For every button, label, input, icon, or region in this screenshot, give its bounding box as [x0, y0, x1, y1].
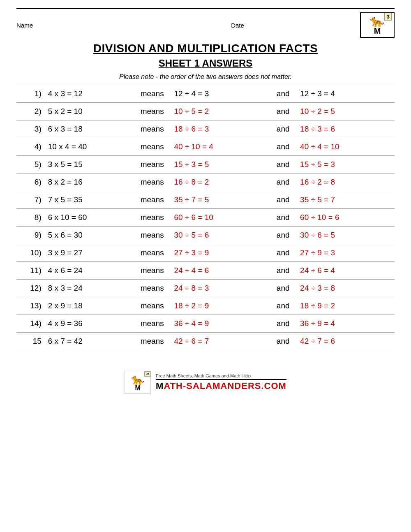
- row-num: 14): [16, 315, 46, 333]
- row-num: 13): [16, 297, 46, 315]
- row-num: 9): [16, 227, 46, 244]
- row-and: and: [268, 85, 298, 103]
- row-means: means: [133, 227, 171, 244]
- row-answer1: 35 ÷ 7 = 5: [171, 191, 268, 209]
- row-answer2: 30 ÷ 6 = 5: [298, 227, 395, 244]
- row-equation: 6 x 3 = 18: [46, 120, 133, 138]
- table-row: 10) 3 x 9 = 27 means 27 ÷ 3 = 9 and 27 ÷…: [16, 244, 395, 262]
- note-text: Please note - the order of the two answe…: [16, 73, 395, 81]
- table-row: 3) 6 x 3 = 18 means 18 ÷ 6 = 3 and 18 ÷ …: [16, 120, 395, 138]
- row-means: means: [133, 138, 171, 156]
- row-num: 7): [16, 191, 46, 209]
- row-num: 5): [16, 156, 46, 173]
- row-answer1: 42 ÷ 6 = 7: [171, 333, 268, 350]
- footer: 🐆 35 M Free Math Sheets, Math Games and …: [16, 371, 395, 394]
- row-answer2: 60 ÷ 10 = 6: [298, 209, 395, 227]
- row-answer1: 24 ÷ 4 = 6: [171, 262, 268, 280]
- row-answer2: 18 ÷ 3 = 6: [298, 120, 395, 138]
- row-num: 6): [16, 173, 46, 191]
- row-answer1: 18 ÷ 2 = 9: [171, 297, 268, 315]
- row-answer1: 30 ÷ 5 = 6: [171, 227, 268, 244]
- row-equation: 4 x 9 = 36: [46, 315, 133, 333]
- row-means: means: [133, 191, 171, 209]
- row-equation: 3 x 5 = 15: [46, 156, 133, 173]
- main-title: DIVISION AND MULTIPLICATION FACTS: [16, 42, 395, 55]
- row-num: 4): [16, 138, 46, 156]
- row-answer2: 16 ÷ 2 = 8: [298, 173, 395, 191]
- table-row: 13) 2 x 9 = 18 means 18 ÷ 2 = 9 and 18 ÷…: [16, 297, 395, 315]
- row-equation: 5 x 6 = 30: [46, 227, 133, 244]
- row-num: 2): [16, 103, 46, 120]
- row-answer1: 15 ÷ 3 = 5: [171, 156, 268, 173]
- row-answer2: 40 ÷ 4 = 10: [298, 138, 395, 156]
- row-equation: 6 x 10 = 60: [46, 209, 133, 227]
- footer-site: MATH-SALAMANDERS.COM: [156, 381, 286, 391]
- table-row: 5) 3 x 5 = 15 means 15 ÷ 3 = 5 and 15 ÷ …: [16, 156, 395, 173]
- row-num: 11): [16, 262, 46, 280]
- row-answer1: 60 ÷ 6 = 10: [171, 209, 268, 227]
- row-num: 15: [16, 333, 46, 350]
- row-equation: 8 x 2 = 16: [46, 173, 133, 191]
- table-row: 2) 5 x 2 = 10 means 10 ÷ 5 = 2 and 10 ÷ …: [16, 103, 395, 120]
- row-and: and: [268, 103, 298, 120]
- row-and: and: [268, 244, 298, 262]
- footer-divider: [156, 379, 286, 380]
- table-row: 1) 4 x 3 = 12 means 12 ÷ 4 = 3 and 12 ÷ …: [16, 85, 395, 103]
- row-answer2: 10 ÷ 2 = 5: [298, 103, 395, 120]
- row-answer1: 12 ÷ 4 = 3: [171, 85, 268, 103]
- row-answer2: 27 ÷ 9 = 3: [298, 244, 395, 262]
- name-label: Name: [16, 22, 33, 29]
- row-and: and: [268, 138, 298, 156]
- row-means: means: [133, 244, 171, 262]
- row-means: means: [133, 333, 171, 350]
- row-answer2: 35 ÷ 5 = 7: [298, 191, 395, 209]
- table-row: 7) 7 x 5 = 35 means 35 ÷ 7 = 5 and 35 ÷ …: [16, 191, 395, 209]
- row-and: and: [268, 227, 298, 244]
- logo-number: 3: [384, 13, 392, 21]
- row-answer2: 15 ÷ 5 = 3: [298, 156, 395, 173]
- row-equation: 3 x 9 = 27: [46, 244, 133, 262]
- row-means: means: [133, 280, 171, 297]
- row-and: and: [268, 315, 298, 333]
- footer-logo-num: 35: [144, 371, 150, 377]
- footer-logo: 🐆 35 M: [125, 371, 151, 394]
- row-answer2: 12 ÷ 3 = 4: [298, 85, 395, 103]
- table-row: 11) 4 x 6 = 24 means 24 ÷ 4 = 6 and 24 ÷…: [16, 262, 395, 280]
- row-and: and: [268, 191, 298, 209]
- table-row: 9) 5 x 6 = 30 means 30 ÷ 5 = 6 and 30 ÷ …: [16, 227, 395, 244]
- row-means: means: [133, 156, 171, 173]
- date-label: Date: [231, 22, 244, 29]
- row-means: means: [133, 103, 171, 120]
- row-and: and: [268, 333, 298, 350]
- row-num: 3): [16, 120, 46, 138]
- footer-text: Free Math Sheets, Math Games and Math He…: [156, 373, 286, 391]
- top-bar: Name Date 🐆 3 M: [16, 8, 395, 38]
- row-num: 12): [16, 280, 46, 297]
- row-equation: 4 x 6 = 24: [46, 262, 133, 280]
- row-means: means: [133, 209, 171, 227]
- row-answer1: 18 ÷ 6 = 3: [171, 120, 268, 138]
- table-row: 14) 4 x 9 = 36 means 36 ÷ 4 = 9 and 36 ÷…: [16, 315, 395, 333]
- row-equation: 2 x 9 = 18: [46, 297, 133, 315]
- row-equation: 5 x 2 = 10: [46, 103, 133, 120]
- row-means: means: [133, 173, 171, 191]
- row-answer2: 42 ÷ 7 = 6: [298, 333, 395, 350]
- row-and: and: [268, 173, 298, 191]
- table-row: 15 6 x 7 = 42 means 42 ÷ 6 = 7 and 42 ÷ …: [16, 333, 395, 350]
- sub-title: SHEET 1 ANSWERS: [16, 58, 395, 69]
- row-answer1: 10 ÷ 5 = 2: [171, 103, 268, 120]
- row-equation: 6 x 7 = 42: [46, 333, 133, 350]
- row-answer1: 27 ÷ 3 = 9: [171, 244, 268, 262]
- table-row: 6) 8 x 2 = 16 means 16 ÷ 8 = 2 and 16 ÷ …: [16, 173, 395, 191]
- row-answer1: 24 ÷ 8 = 3: [171, 280, 268, 297]
- row-answer1: 16 ÷ 8 = 2: [171, 173, 268, 191]
- row-means: means: [133, 315, 171, 333]
- answers-table: 1) 4 x 3 = 12 means 12 ÷ 4 = 3 and 12 ÷ …: [16, 85, 395, 350]
- row-answer1: 36 ÷ 4 = 9: [171, 315, 268, 333]
- row-answer2: 18 ÷ 9 = 2: [298, 297, 395, 315]
- header-section: DIVISION AND MULTIPLICATION FACTS SHEET …: [16, 42, 395, 81]
- row-num: 1): [16, 85, 46, 103]
- logo-m: M: [374, 26, 381, 36]
- row-equation: 8 x 3 = 24: [46, 280, 133, 297]
- row-num: 8): [16, 209, 46, 227]
